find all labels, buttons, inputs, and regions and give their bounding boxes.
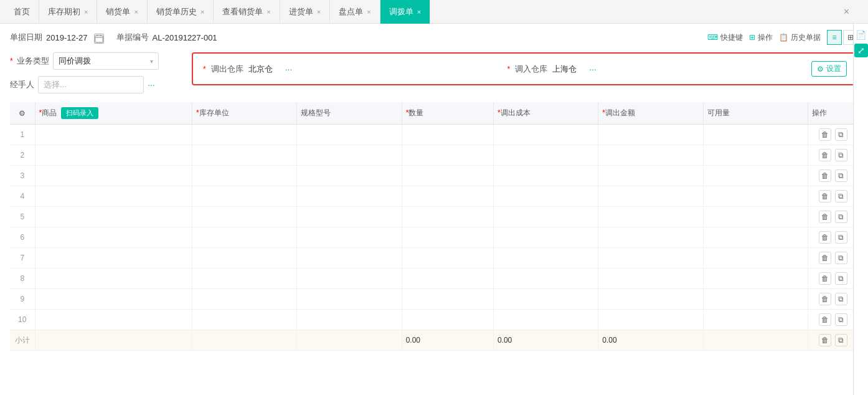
settings-button[interactable]: ⚙ 设置 (811, 61, 847, 77)
tab-view-sales-close[interactable]: × (267, 8, 270, 16)
tab-sales-history-close[interactable]: × (200, 8, 204, 16)
copy-icon[interactable]: ⧉ (835, 169, 847, 182)
delete-icon[interactable]: 🗑 (819, 272, 831, 285)
tab-purchase-order[interactable]: 进货单 × (280, 0, 330, 24)
cost-cell[interactable] (493, 207, 598, 227)
delete-icon[interactable]: 🗑 (819, 334, 831, 346)
amount-cell[interactable] (598, 310, 703, 330)
spec-cell[interactable] (297, 269, 402, 289)
handler-input[interactable]: 选择... (38, 76, 144, 93)
goods-cell[interactable] (35, 207, 192, 227)
copy-icon[interactable]: ⧉ (835, 211, 847, 223)
goods-cell[interactable] (35, 227, 192, 248)
tab-inventory-init[interactable]: 库存期初 × (39, 0, 97, 24)
tab-transfer-order[interactable]: 调拨单 × (380, 0, 430, 24)
delete-icon[interactable]: 🗑 (819, 128, 831, 141)
window-close-button[interactable]: × (844, 6, 849, 17)
delete-icon[interactable]: 🗑 (819, 169, 831, 182)
cost-cell[interactable] (493, 186, 598, 207)
tab-home[interactable]: 首页 (5, 0, 39, 24)
qty-cell[interactable] (402, 145, 493, 166)
col-gear[interactable]: ⚙ (10, 102, 35, 125)
qty-cell[interactable] (402, 125, 493, 145)
tab-sales-order[interactable]: 销货单 × (97, 0, 147, 24)
unit-cell[interactable] (192, 125, 297, 145)
spec-cell[interactable] (297, 248, 402, 269)
goods-cell[interactable] (35, 125, 192, 145)
delete-icon[interactable]: 🗑 (819, 293, 831, 305)
amount-cell[interactable] (598, 227, 703, 248)
sidebar-external-icon[interactable]: ⤢ (854, 44, 868, 57)
amount-cell[interactable] (598, 289, 703, 310)
amount-cell[interactable] (598, 207, 703, 227)
delete-icon[interactable]: 🗑 (819, 190, 831, 202)
spec-cell[interactable] (297, 289, 402, 310)
goods-cell[interactable] (35, 310, 192, 330)
amount-cell[interactable] (598, 186, 703, 207)
operations-button[interactable]: ⊞ 操作 (749, 32, 773, 43)
copy-icon[interactable]: ⧉ (835, 272, 847, 285)
goods-cell[interactable] (35, 186, 192, 207)
delete-icon[interactable]: 🗑 (819, 231, 831, 244)
amount-cell[interactable] (598, 269, 703, 289)
amount-cell[interactable] (598, 166, 703, 186)
tab-transfer-order-close[interactable]: × (417, 8, 421, 16)
cost-cell[interactable] (493, 248, 598, 269)
cost-cell[interactable] (493, 289, 598, 310)
shortcuts-button[interactable]: ⌨ 快捷键 (707, 32, 743, 43)
copy-icon[interactable]: ⧉ (835, 313, 847, 326)
unit-cell[interactable] (192, 248, 297, 269)
delete-icon[interactable]: 🗑 (819, 313, 831, 326)
spec-cell[interactable] (297, 125, 402, 145)
goods-cell[interactable] (35, 269, 192, 289)
delete-icon[interactable]: 🗑 (819, 252, 831, 264)
copy-icon[interactable]: ⧉ (835, 252, 847, 264)
warehouse-out-more-button[interactable]: ··· (285, 64, 293, 74)
warehouse-in-more-button[interactable]: ··· (589, 64, 597, 74)
qty-cell[interactable] (402, 186, 493, 207)
unit-cell[interactable] (192, 227, 297, 248)
goods-cell[interactable] (35, 289, 192, 310)
unit-cell[interactable] (192, 269, 297, 289)
tab-inventory-init-close[interactable]: × (84, 8, 88, 16)
amount-cell[interactable] (598, 125, 703, 145)
goods-cell[interactable] (35, 248, 192, 269)
cost-cell[interactable] (493, 145, 598, 166)
copy-icon[interactable]: ⧉ (835, 293, 847, 305)
tab-inventory-check[interactable]: 盘点单 × (330, 0, 380, 24)
delete-icon[interactable]: 🗑 (819, 149, 831, 161)
copy-icon[interactable]: ⧉ (835, 149, 847, 161)
goods-cell[interactable] (35, 145, 192, 166)
copy-icon[interactable]: ⧉ (835, 231, 847, 244)
tab-inventory-check-close[interactable]: × (367, 8, 370, 16)
layout-list-button[interactable]: ≡ (827, 30, 842, 45)
unit-cell[interactable] (192, 145, 297, 166)
tab-purchase-order-close[interactable]: × (317, 8, 321, 16)
qty-cell[interactable] (402, 269, 493, 289)
spec-cell[interactable] (297, 166, 402, 186)
qty-cell[interactable] (402, 227, 493, 248)
cost-cell[interactable] (493, 269, 598, 289)
unit-cell[interactable] (192, 186, 297, 207)
qty-cell[interactable] (402, 310, 493, 330)
qty-cell[interactable] (402, 248, 493, 269)
scan-entry-button[interactable]: 扫码录入 (61, 107, 98, 119)
cost-cell[interactable] (493, 310, 598, 330)
spec-cell[interactable] (297, 145, 402, 166)
sidebar-doc-icon[interactable]: 📄 (855, 29, 867, 41)
delete-icon[interactable]: 🗑 (819, 211, 831, 223)
cost-cell[interactable] (493, 166, 598, 186)
calendar-icon[interactable] (94, 34, 104, 44)
amount-cell[interactable] (598, 145, 703, 166)
handler-more-button[interactable]: ··· (148, 80, 155, 90)
spec-cell[interactable] (297, 186, 402, 207)
history-button[interactable]: 📋 历史单据 (779, 32, 821, 43)
unit-cell[interactable] (192, 166, 297, 186)
copy-icon[interactable]: ⧉ (835, 190, 847, 202)
qty-cell[interactable] (402, 289, 493, 310)
tab-sales-history[interactable]: 销货单历史 × (148, 0, 214, 24)
unit-cell[interactable] (192, 289, 297, 310)
amount-cell[interactable] (598, 248, 703, 269)
qty-cell[interactable] (402, 166, 493, 186)
qty-cell[interactable] (402, 207, 493, 227)
